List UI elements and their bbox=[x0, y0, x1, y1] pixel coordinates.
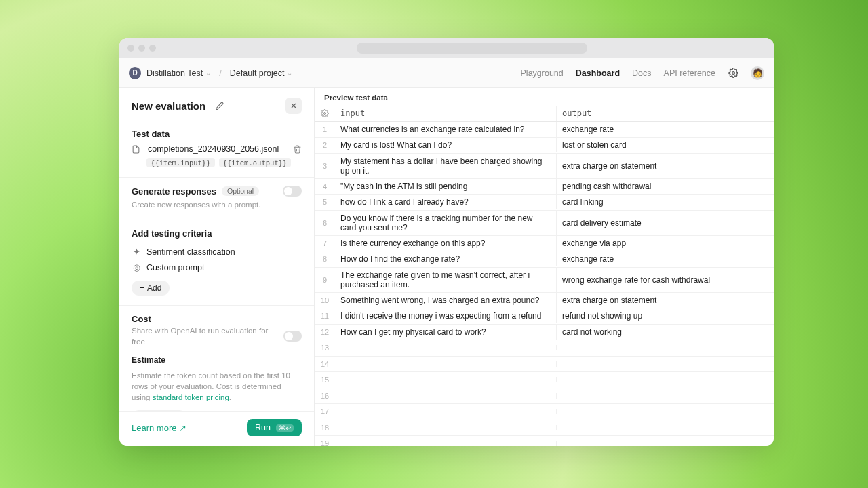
cell-output bbox=[557, 441, 774, 446]
cell-output: exchange rate bbox=[557, 122, 774, 137]
run-button[interactable]: Run ⌘↩ bbox=[247, 419, 302, 436]
table-row-empty[interactable]: 17 bbox=[315, 404, 774, 420]
row-number: 16 bbox=[315, 392, 335, 400]
estimate-heading: Estimate bbox=[132, 355, 302, 365]
cell-input: What currencies is an exchange rate calc… bbox=[335, 122, 557, 137]
app-window: D Distillation Test ⌄ / Default project … bbox=[119, 38, 774, 446]
cell-input bbox=[335, 345, 557, 350]
left-panel: New evaluation Test data completions_ bbox=[119, 88, 315, 446]
cell-input: I didn't receive the money i was expecti… bbox=[335, 308, 557, 323]
cell-input bbox=[335, 441, 557, 446]
row-number: 13 bbox=[315, 344, 335, 352]
section-generate: Generate responses Optional Create new r… bbox=[119, 178, 314, 220]
cell-output: pending cash withdrawal bbox=[557, 179, 774, 194]
table-row[interactable]: 11I didn't receive the money i was expec… bbox=[315, 308, 774, 325]
cell-output: extra charge on statement bbox=[557, 159, 774, 174]
row-number: 12 bbox=[315, 328, 335, 336]
run-label: Run bbox=[255, 423, 271, 432]
row-number: 11 bbox=[315, 312, 335, 320]
cell-input: Something went wrong, I was charged an e… bbox=[335, 293, 557, 308]
cell-input: how do I link a card I already have? bbox=[335, 195, 557, 209]
pricing-link[interactable]: standard token pricing bbox=[153, 393, 229, 401]
sentiment-icon: ✦ bbox=[132, 247, 141, 257]
panel-title-row: New evaluation bbox=[119, 88, 314, 121]
row-number: 5 bbox=[315, 198, 335, 206]
table-row-empty[interactable]: 15 bbox=[315, 372, 774, 388]
add-label: Add bbox=[147, 283, 161, 293]
avatar[interactable]: 🧑 bbox=[751, 66, 764, 80]
window-min-dot[interactable] bbox=[138, 45, 145, 52]
table-row[interactable]: 9The exchange rate given to me wasn't co… bbox=[315, 268, 774, 293]
col-header-input: input bbox=[335, 106, 557, 121]
row-number: 10 bbox=[315, 296, 335, 304]
table-row[interactable]: 1What currencies is an exchange rate cal… bbox=[315, 122, 774, 138]
row-number: 4 bbox=[315, 182, 335, 190]
generate-toggle[interactable] bbox=[283, 186, 302, 197]
run-shortcut: ⌘↩ bbox=[276, 424, 294, 432]
table-row-empty[interactable]: 18 bbox=[315, 420, 774, 436]
table-settings-button[interactable] bbox=[315, 109, 335, 117]
cell-output bbox=[557, 393, 774, 399]
table-row[interactable]: 12How can I get my physical card to work… bbox=[315, 325, 774, 341]
table-row[interactable]: 3My statement has a dollar I have been c… bbox=[315, 154, 774, 179]
table-row[interactable]: 8How do I find the exchange rate?exchang… bbox=[315, 251, 774, 268]
cost-share-text: Share with OpenAI to run evaluation for … bbox=[132, 325, 278, 347]
learn-more-link[interactable]: Learn more ↗ bbox=[132, 423, 186, 433]
cell-input: The exchange rate given to me wasn't cor… bbox=[335, 268, 557, 292]
table-row-empty[interactable]: 14 bbox=[315, 357, 774, 373]
row-number: 2 bbox=[315, 141, 335, 149]
prompt-icon: ◎ bbox=[132, 262, 141, 272]
table-row[interactable]: 2My card is lost! What can I do?lost or … bbox=[315, 138, 774, 154]
token-output: {{item.output}} bbox=[219, 158, 292, 167]
main-body: New evaluation Test data completions_ bbox=[119, 88, 774, 446]
table-row[interactable]: 5how do I link a card I already have?car… bbox=[315, 195, 774, 211]
criteria-sentiment[interactable]: ✦ Sentiment classification bbox=[132, 244, 302, 260]
header-nav: Playground Dashboard Docs API reference … bbox=[521, 66, 764, 80]
cell-output bbox=[557, 425, 774, 430]
cell-input bbox=[335, 377, 557, 382]
nav-docs[interactable]: Docs bbox=[632, 68, 651, 78]
cell-output: extra charge on statement bbox=[557, 293, 774, 308]
row-number: 17 bbox=[315, 407, 335, 415]
row-number: 1 bbox=[315, 125, 335, 134]
cell-output: exchange rate bbox=[557, 251, 774, 266]
table-row-empty[interactable]: 19 bbox=[315, 436, 774, 446]
svg-point-3 bbox=[324, 113, 326, 115]
add-criteria-button[interactable]: + Add bbox=[132, 281, 170, 296]
org-badge[interactable]: D bbox=[129, 67, 141, 79]
edit-title-button[interactable] bbox=[211, 98, 227, 114]
row-number: 9 bbox=[315, 276, 335, 284]
window-close-dot[interactable] bbox=[127, 45, 134, 52]
breadcrumb-project[interactable]: Default project ⌄ bbox=[230, 68, 293, 78]
share-toggle[interactable] bbox=[283, 331, 302, 342]
nav-playground[interactable]: Playground bbox=[521, 68, 564, 78]
table-row[interactable]: 10Something went wrong, I was charged an… bbox=[315, 293, 774, 309]
gear-icon[interactable] bbox=[728, 68, 738, 79]
breadcrumb-separator: / bbox=[219, 68, 222, 78]
cell-input bbox=[335, 425, 557, 430]
right-panel: Preview test data input output 1What cur… bbox=[315, 88, 774, 446]
cell-input bbox=[335, 361, 557, 367]
template-tokens: {{item.input}} {{item.output}} bbox=[146, 158, 302, 167]
table-row[interactable]: 7Is there currency exchange on this app?… bbox=[315, 236, 774, 252]
row-number: 19 bbox=[315, 439, 335, 446]
section-test-data: Test data completions_20240930_2056.json… bbox=[119, 121, 314, 178]
nav-dashboard[interactable]: Dashboard bbox=[576, 68, 620, 78]
window-max-dot[interactable] bbox=[149, 45, 156, 52]
table-row-empty[interactable]: 13 bbox=[315, 340, 774, 357]
close-panel-button[interactable] bbox=[285, 98, 302, 114]
criteria-custom[interactable]: ◎ Custom prompt bbox=[132, 260, 302, 275]
browser-urlbar[interactable] bbox=[357, 43, 587, 54]
table-header-row: input output bbox=[315, 106, 774, 122]
breadcrumb-org[interactable]: Distillation Test ⌄ bbox=[146, 68, 211, 78]
table-row[interactable]: 6Do you know if there is a tracking numb… bbox=[315, 211, 774, 236]
nav-api-reference[interactable]: API reference bbox=[664, 68, 715, 78]
table-row[interactable]: 4"My cash in the ATM is still pendingpen… bbox=[315, 179, 774, 195]
chevron-updown-icon: ⌄ bbox=[205, 69, 211, 77]
table-row-empty[interactable]: 16 bbox=[315, 388, 774, 405]
cell-output: card not working bbox=[557, 325, 774, 340]
section-criteria: Add testing criteria ✦ Sentiment classif… bbox=[119, 220, 314, 306]
token-input: {{item.input}} bbox=[146, 158, 215, 167]
generate-label: Generate responses bbox=[132, 186, 216, 197]
delete-file-button[interactable] bbox=[293, 145, 302, 154]
